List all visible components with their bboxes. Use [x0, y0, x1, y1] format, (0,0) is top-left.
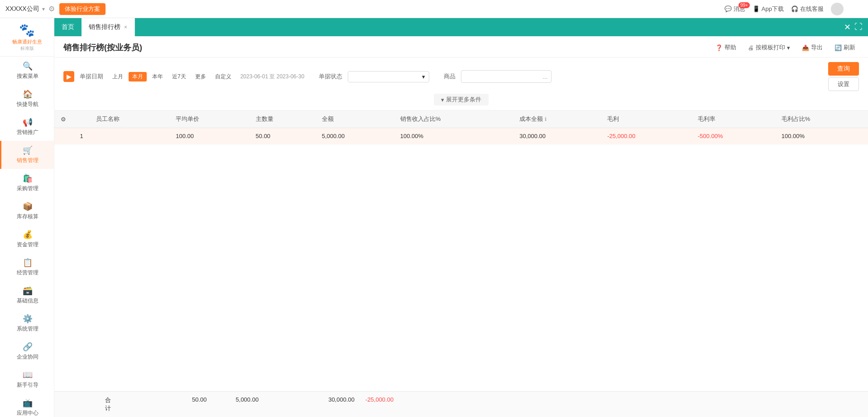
sidebar-item-search[interactable]: 🔍 搜索菜单 [0, 57, 54, 85]
filter-expand-button[interactable]: ▶ [63, 71, 74, 82]
column-settings-button[interactable]: 设置 [828, 77, 859, 91]
sidebar-label-enterprise: 企业协同 [17, 353, 38, 361]
sidebar-item-marketing[interactable]: 📢 营销推广 [0, 113, 54, 141]
filter-row-1: ▶ 单据日期 上月 本月 本年 近7天 更多 自定义 2023-06-01 至 … [63, 62, 859, 91]
col-header-gear[interactable]: ⚙ [54, 110, 72, 128]
date-tab-current-year[interactable]: 本年 [149, 72, 167, 81]
sidebar-item-operations[interactable]: 📋 经营管理 [0, 253, 54, 281]
message-button[interactable]: 💬 消息 99+ [724, 5, 745, 13]
username-label [851, 5, 863, 13]
footer-cost: 30,000.00 [323, 396, 360, 412]
date-tab-custom[interactable]: 自定义 [211, 72, 235, 81]
footer-gross: -25,000.00 [360, 396, 399, 412]
tab-close-window-icon[interactable]: ✕ [844, 22, 851, 32]
chevron-down-icon: ▾ [42, 6, 45, 12]
sidebar-item-basic-info[interactable]: 🗃️ 基础信息 [0, 281, 54, 309]
export-button[interactable]: 📤 导出 [798, 42, 826, 53]
sidebar-label-finance: 资金管理 [17, 241, 38, 249]
avatar[interactable] [831, 3, 844, 15]
row-amount: 5,000.00 [317, 128, 395, 144]
chevron-down-more-icon: ▾ [441, 96, 444, 103]
date-tab-more[interactable]: 更多 [192, 72, 210, 81]
logo-title: 畅康通好生意 [12, 38, 42, 45]
enterprise-icon: 🔗 [23, 342, 33, 352]
filter-bar: ▶ 单据日期 上月 本月 本年 近7天 更多 自定义 2023-06-01 至 … [54, 58, 868, 110]
app-download-button[interactable]: 📱 App下载 [753, 5, 784, 13]
expand-more-label: 展开更多条件 [446, 96, 481, 104]
sidebar-label-app: 应用中心 [17, 409, 38, 417]
operations-icon: 📋 [23, 258, 33, 268]
tab-maximize-icon[interactable]: ⛶ [854, 22, 863, 32]
col-header-cost: 成本全额 ℹ [514, 110, 602, 128]
system-icon: ⚙️ [23, 314, 33, 324]
help-label: 帮助 [724, 43, 736, 52]
sidebar-item-enterprise[interactable]: 🔗 企业协同 [0, 337, 54, 365]
col-header-qty: 主数量 [250, 110, 317, 128]
settings-icon[interactable]: ⚙ [48, 5, 55, 13]
status-filter-label: 单据状态 [319, 72, 342, 81]
marketing-icon: 📢 [23, 117, 33, 127]
sidebar-item-guide[interactable]: 📖 新手引导 [0, 365, 54, 393]
sales-ranking-table: ⚙ 员工名称 平均单价 主数量 全额 销售收入占比% 成本全额 ℹ 毛利 毛利率… [54, 110, 868, 144]
status-select[interactable]: ▾ [348, 71, 429, 82]
message-badge: 99+ [739, 2, 750, 8]
header-right: 💬 消息 99+ 📱 App下载 🎧 在线客服 [724, 3, 863, 15]
app-download-label: App下载 [762, 5, 784, 13]
sidebar-item-system[interactable]: ⚙️ 系统管理 [0, 309, 54, 337]
sidebar-item-sales[interactable]: 🛒 销售管理 [0, 141, 54, 169]
row-sales-pct: 100.00% [395, 128, 514, 144]
tab-bar-right: ✕ ⛶ [844, 22, 868, 32]
company-name: XXXXX公司 [5, 5, 39, 13]
query-button[interactable]: 查询 [828, 62, 859, 76]
export-label: 导出 [811, 43, 823, 52]
sidebar-item-inventory[interactable]: 📦 库存核算 [0, 197, 54, 225]
tab-bar: 首页 销售排行榜 × ✕ ⛶ [54, 18, 868, 36]
row-gross-rate: -500.00% [692, 128, 776, 144]
col-header-gross-rate: 毛利率 [692, 110, 776, 128]
tab-close-icon[interactable]: × [124, 24, 127, 30]
sidebar: 🐾 畅康通好生意 标准版 🔍 搜索菜单 🏠 快捷导航 📢 营销推广 🛒 销售管理… [0, 18, 54, 417]
refresh-button[interactable]: 🔄 刷新 [831, 42, 859, 53]
sidebar-item-finance[interactable]: 💰 资金管理 [0, 225, 54, 253]
sidebar-item-purchase[interactable]: 🛍️ 采购管理 [0, 169, 54, 197]
row-gross: -25,000.00 [602, 128, 692, 144]
date-tab-last-month[interactable]: 上月 [109, 72, 127, 81]
help-button[interactable]: ❓ 帮助 [712, 42, 740, 53]
page-content: 销售排行榜(按业务员) ❓ 帮助 🖨 按模板打印 ▾ 📤 导出 [54, 36, 868, 417]
status-chevron-icon: ▾ [422, 73, 425, 80]
date-tab-current-month[interactable]: 本月 [129, 72, 147, 81]
footer-amount: 5,000.00 [230, 396, 264, 412]
table-row: 1 100.00 50.00 5,000.00 100.00% 30,000.0… [54, 128, 868, 144]
col-header-amount: 全额 [317, 110, 395, 128]
export-icon: 📤 [802, 44, 809, 51]
goods-input[interactable]: ... [461, 70, 551, 83]
tab-sales-ranking[interactable]: 销售排行榜 × [82, 18, 135, 36]
print-icon: 🖨 [748, 44, 754, 51]
sidebar-label-basic-info: 基础信息 [17, 297, 38, 305]
tab-sales-ranking-label: 销售排行榜 [89, 23, 120, 31]
company-selector[interactable]: XXXXX公司 ▾ [5, 5, 45, 13]
col-header-rank [72, 110, 91, 128]
date-tab-recent-7[interactable]: 近7天 [168, 72, 190, 81]
goods-input-placeholder [465, 72, 541, 81]
col-header-avg-price: 平均单价 [170, 110, 250, 128]
page-title: 销售排行榜(按业务员) [63, 42, 142, 53]
finance-icon: 💰 [23, 230, 33, 240]
tab-home[interactable]: 首页 [54, 18, 82, 36]
sidebar-label-system: 系统管理 [17, 325, 38, 333]
logo-area: 🐾 畅康通好生意 标准版 [0, 18, 54, 57]
footer-qty: 50.00 [187, 396, 212, 412]
expand-more-button[interactable]: ▾ 展开更多条件 [434, 94, 489, 105]
template-print-button[interactable]: 🖨 按模板打印 ▾ [744, 42, 794, 53]
sales-icon: 🛒 [23, 145, 33, 155]
sidebar-label-inventory: 库存核算 [17, 213, 38, 220]
online-service-button[interactable]: 🎧 在线客服 [791, 5, 824, 13]
goods-more-icon[interactable]: ... [542, 73, 547, 80]
logo-icon: 🐾 [19, 23, 35, 38]
sidebar-item-app[interactable]: 📺 应用中心 [0, 393, 54, 417]
sidebar-item-nav[interactable]: 🏠 快捷导航 [0, 85, 54, 113]
row-qty: 50.00 [250, 128, 317, 144]
footer-spacer2 [264, 396, 323, 412]
trial-button[interactable]: 体验行业方案 [59, 3, 106, 15]
date-filter-label: 单据日期 [80, 72, 103, 81]
